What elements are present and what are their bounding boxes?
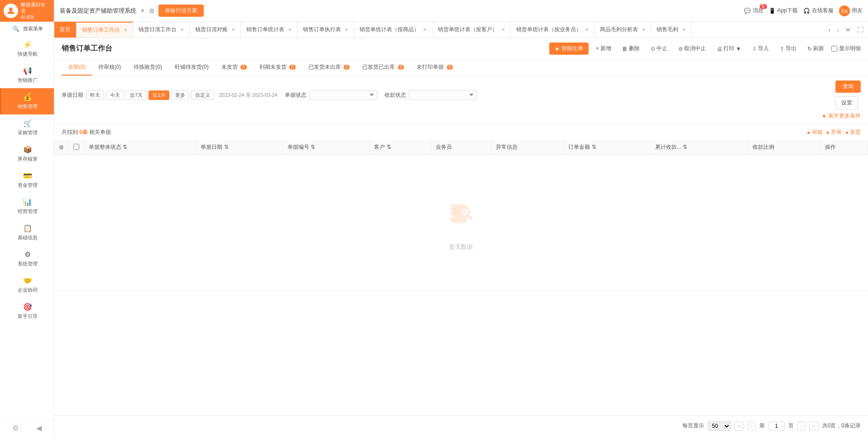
query-btn[interactable]: 查询 <box>835 81 861 93</box>
sidebar-item-enterprise[interactable]: 🤝 企业协同 <box>0 272 54 298</box>
app-download-item[interactable]: 📱 App下载 <box>769 7 798 14</box>
tab-close-sales-exec[interactable]: ✕ <box>345 27 348 32</box>
online-service-item[interactable]: 🎧 在线客服 <box>803 7 834 14</box>
tab-close-sales-stats[interactable]: ✕ <box>288 27 292 32</box>
svg-point-0 <box>9 8 13 11</box>
tab-close-daily-cash[interactable]: ✕ <box>180 27 184 32</box>
message-item[interactable]: 💬 6 消息 <box>744 7 763 14</box>
tab-scroll-left-btn[interactable]: ‹ <box>827 25 833 34</box>
topbar-dropdown-icon[interactable]: ▼ <box>140 8 145 14</box>
sidebar-item-inventory[interactable]: 📦 库存核算 <box>0 141 54 167</box>
cancel-stop-btn[interactable]: ⊘ 取消中止 <box>675 43 710 54</box>
sidebar-search-item[interactable]: 🔍 搜索菜单 <box>0 22 54 36</box>
col-no[interactable]: 单据编号 ⇅ <box>283 140 369 155</box>
tab-close-product-margin[interactable]: ✕ <box>642 27 645 32</box>
sidebar-collapse-btn[interactable]: ◀ <box>36 424 42 432</box>
col-amount[interactable]: 订单金额 ⇅ <box>564 140 651 155</box>
filter-tab-not-shipped[interactable]: 未发货 0 <box>215 60 253 76</box>
tab-close-all-btn[interactable]: ✕ <box>844 25 853 34</box>
per-page-select[interactable]: 50 20 100 <box>708 421 731 431</box>
col-settings[interactable]: ⚙ <box>54 140 69 155</box>
basic-info-icon: 📋 <box>23 224 32 232</box>
expand-conditions-btn[interactable]: ▼ 展开更多条件 <box>821 112 861 120</box>
tab-sales-stats-staff[interactable]: 销货单统计表（按业务员） ✕ <box>511 22 595 38</box>
next-page-btn[interactable]: › <box>797 422 806 431</box>
filter-tab-all[interactable]: 全部(0) <box>62 60 92 76</box>
sidebar-settings-btn[interactable]: ⚙ <box>12 424 19 432</box>
filter-settings-btn[interactable]: 设置 <box>835 96 858 109</box>
tab-product-margin[interactable]: 商品毛利分析表 ✕ <box>595 22 651 38</box>
tab-close-sales-stats-customer[interactable]: ✕ <box>501 27 505 32</box>
industry-btn[interactable]: 体验行业方案 <box>158 5 204 17</box>
col-ratio-label: 收款比例 <box>753 144 774 150</box>
topbar-gear-icon[interactable]: ⚙ <box>149 7 155 14</box>
status-select[interactable] <box>309 90 377 100</box>
filter-tab-pending-inspect[interactable]: 待拣验货(0) <box>127 60 168 76</box>
export-btn[interactable]: ⇧ 导出 <box>776 43 800 54</box>
col-collected[interactable]: 累计收款... ⇅ <box>650 140 748 155</box>
tab-home[interactable]: 首页 <box>54 22 77 38</box>
filter-tab-wangpu[interactable]: 旺铺待发货(0) <box>168 60 215 76</box>
sidebar-item-finance[interactable]: 💳 资金管理 <box>0 167 54 193</box>
last-page-btn[interactable]: » <box>809 422 819 431</box>
ship-btn[interactable]: ● 发货 <box>845 128 861 136</box>
refresh-btn[interactable]: ↻ 刷新 <box>804 43 828 54</box>
yesterday-btn[interactable]: 昨天 <box>86 90 104 100</box>
import-btn[interactable]: ⇩ 导入 <box>748 43 772 54</box>
payment-select[interactable] <box>409 90 477 100</box>
unreview-btn[interactable]: ● 弃审 <box>826 128 842 136</box>
add-btn[interactable]: + 新增 <box>592 43 615 54</box>
filter-tab-shipped-not-out[interactable]: 已发货未出库 0 <box>302 60 356 76</box>
show-detail-checkbox-label[interactable]: 显示明细 <box>831 45 861 52</box>
today-btn[interactable]: 今天 <box>106 90 124 100</box>
user-item[interactable]: Ea 用友 <box>839 5 863 16</box>
more-btn[interactable]: 更多 <box>171 90 189 100</box>
col-exception-label: 异常信息 <box>496 144 518 150</box>
select-all-checkbox[interactable] <box>73 144 79 150</box>
sidebar-item-basic-info[interactable]: 📋 基础信息 <box>0 219 54 246</box>
tab-sales-stats-product[interactable]: 销货单统计表（按商品） ✕ <box>354 22 432 38</box>
filter-tab-overdue[interactable]: 到期未发货 0 <box>253 60 302 76</box>
sidebar-item-operations[interactable]: 📊 经营管理 <box>0 193 54 219</box>
tab-sales-stats[interactable]: 销售订单统计表 ✕ <box>241 22 297 38</box>
show-detail-checkbox[interactable] <box>831 46 837 52</box>
smart-order-btn[interactable]: ★ 智能生单 <box>549 43 589 55</box>
tab-fullscreen-btn[interactable]: ⛶ <box>855 25 865 34</box>
last1month-btn[interactable]: 近1月 <box>149 90 169 100</box>
col-status[interactable]: 单据整体状态 ⇅ <box>84 140 196 155</box>
stop-btn[interactable]: ⊙ 中止 <box>647 43 671 54</box>
tab-close-sales-order[interactable]: ✕ <box>124 28 127 33</box>
filter-tab-not-printed[interactable]: 未打印单据 0 <box>410 60 459 76</box>
tab-cash-reconcile[interactable]: 钱货日清对账 ✕ <box>190 22 241 38</box>
tab-sales-stats-customer[interactable]: 销货单统计表（按客户） ✕ <box>432 22 511 38</box>
prev-page-btn[interactable]: ‹ <box>748 422 756 431</box>
sidebar-item-marketing[interactable]: 📢 营销推广 <box>0 62 54 88</box>
tab-close-cash-reconcile[interactable]: ✕ <box>231 27 235 32</box>
tab-close-sales-stats-product[interactable]: ✕ <box>423 27 427 32</box>
filter-tab-shipped-out[interactable]: 已发货已出库 0 <box>356 60 410 76</box>
tab-scroll-right-btn[interactable]: › <box>835 25 841 34</box>
tabbar-controls: ‹ › ✕ ⛶ <box>824 25 868 34</box>
col-date[interactable]: 单据日期 ⇅ <box>196 140 283 155</box>
page-input[interactable] <box>768 422 785 431</box>
sidebar-item-guide[interactable]: 🎯 新手引导 <box>0 298 54 324</box>
tab-sales-exec[interactable]: 销售订单执行表 ✕ <box>297 22 354 38</box>
tab-close-sales-profit[interactable]: ✕ <box>682 27 686 32</box>
sidebar-item-system[interactable]: ⚙ 系统管理 <box>0 246 54 272</box>
first-page-btn[interactable]: « <box>734 422 744 431</box>
col-customer[interactable]: 客户 ⇅ <box>369 140 431 155</box>
sidebar-item-sales[interactable]: 💰 销售管理 <box>0 88 54 114</box>
last7-btn[interactable]: 近7天 <box>126 90 147 100</box>
sidebar-item-quick-nav[interactable]: ⚡ 快捷导航 <box>0 36 54 62</box>
tab-sales-profit[interactable]: 销售毛利 ✕ <box>651 22 691 38</box>
tab-close-sales-stats-staff[interactable]: ✕ <box>585 27 589 32</box>
tab-sales-order[interactable]: 销售订单工作台 ✕ <box>77 22 133 38</box>
review-btn[interactable]: ● 审核 <box>807 128 822 136</box>
filter-tab-pending-review[interactable]: 待审核(0) <box>92 60 128 76</box>
delete-btn[interactable]: 🗑 删除 <box>619 43 643 54</box>
custom-btn[interactable]: 自定义 <box>191 90 214 100</box>
sidebar-item-purchase[interactable]: 🛒 采购管理 <box>0 114 54 141</box>
print-btn[interactable]: 🖨 打印 ▼ <box>713 43 745 54</box>
status-filter-item: 单据状态 <box>285 90 377 100</box>
tab-daily-cash[interactable]: 钱货日清工作台 ✕ <box>133 22 190 38</box>
